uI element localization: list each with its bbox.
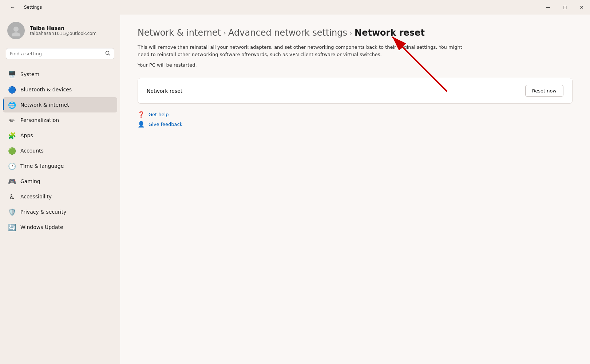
search-icon — [105, 51, 110, 57]
window-controls: ─ □ ✕ — [540, 0, 590, 15]
sidebar-item-label-time: Time & language — [20, 163, 64, 169]
sidebar-item-accessibility[interactable]: ♿Accessibility — [3, 189, 117, 204]
back-button[interactable]: ← — [4, 0, 21, 15]
search-box[interactable] — [6, 48, 114, 59]
main-content: Network & internet›Advanced network sett… — [120, 15, 590, 364]
give-feedback-icon: 👤 — [138, 121, 145, 128]
network-reset-card: Network reset Reset now — [138, 78, 573, 104]
give-feedback-label: Give feedback — [149, 122, 182, 127]
svg-point-0 — [13, 27, 19, 32]
time-icon: 🕐 — [8, 162, 16, 170]
sidebar-item-time[interactable]: 🕐Time & language — [3, 158, 117, 174]
breadcrumb-separator: › — [223, 28, 226, 37]
user-name: Taiba Hasan — [30, 25, 96, 31]
user-email: taibahasan1011@outlook.com — [30, 31, 96, 36]
avatar — [7, 22, 25, 39]
apps-icon: 🧩 — [8, 131, 16, 139]
accessibility-icon: ♿ — [8, 193, 16, 201]
user-info: Taiba Hasan taibahasan1011@outlook.com — [30, 25, 96, 36]
get-help-icon: ❓ — [138, 111, 145, 118]
page-note: Your PC will be restarted. — [138, 62, 573, 68]
sidebar-item-system[interactable]: 🖥️System — [3, 67, 117, 82]
svg-point-1 — [12, 32, 20, 36]
breadcrumb-separator: › — [349, 28, 352, 37]
user-profile: Taiba Hasan taibahasan1011@outlook.com — [0, 15, 120, 45]
sidebar-item-label-network: Network & internet — [20, 102, 69, 108]
gaming-icon: 🎮 — [8, 177, 16, 185]
breadcrumb-item-1[interactable]: Advanced network settings — [228, 28, 347, 38]
sidebar-item-network[interactable]: 🌐Network & internet — [3, 97, 117, 112]
card-label: Network reset — [147, 88, 182, 94]
sidebar-item-label-accessibility: Accessibility — [20, 194, 52, 199]
sidebar-item-privacy[interactable]: 🛡️Privacy & security — [3, 204, 117, 219]
search-container — [0, 45, 120, 65]
sidebar-item-label-bluetooth: Bluetooth & devices — [20, 87, 72, 92]
personalization-icon: ✏️ — [8, 116, 16, 124]
search-input[interactable] — [10, 51, 102, 56]
give-feedback-link[interactable]: 👤Give feedback — [138, 121, 573, 128]
app-body: Taiba Hasan taibahasan1011@outlook.com 🖥… — [0, 15, 590, 364]
reset-now-button[interactable]: Reset now — [525, 85, 563, 97]
title-bar-left: ← Settings — [4, 0, 42, 15]
minimize-button[interactable]: ─ — [540, 0, 557, 15]
nav-list: 🖥️System🔵Bluetooth & devices🌐Network & i… — [0, 65, 120, 236]
get-help-link[interactable]: ❓Get help — [138, 111, 573, 118]
breadcrumb-item-2: Network reset — [355, 28, 425, 38]
maximize-button[interactable]: □ — [557, 0, 573, 15]
breadcrumb: Network & internet›Advanced network sett… — [138, 28, 573, 38]
sidebar-item-label-gaming: Gaming — [20, 178, 40, 184]
sidebar-item-apps[interactable]: 🧩Apps — [3, 128, 117, 143]
windows-update-icon: 🔄 — [8, 223, 16, 231]
app-title: Settings — [24, 5, 42, 10]
sidebar: Taiba Hasan taibahasan1011@outlook.com 🖥… — [0, 15, 120, 364]
sidebar-item-bluetooth[interactable]: 🔵Bluetooth & devices — [3, 82, 117, 97]
get-help-label: Get help — [149, 112, 169, 117]
network-icon: 🌐 — [8, 101, 16, 109]
title-bar: ← Settings ─ □ ✕ — [0, 0, 590, 15]
bluetooth-icon: 🔵 — [8, 86, 16, 94]
svg-line-3 — [109, 54, 110, 56]
sidebar-item-label-accounts: Accounts — [20, 148, 44, 154]
sidebar-item-label-windows-update: Windows Update — [20, 224, 63, 230]
sidebar-item-personalization[interactable]: ✏️Personalization — [3, 112, 117, 128]
sidebar-item-label-apps: Apps — [20, 132, 33, 138]
privacy-icon: 🛡️ — [8, 208, 16, 216]
sidebar-item-windows-update[interactable]: 🔄Windows Update — [3, 219, 117, 235]
page-description: This will remove then reinstall all your… — [138, 44, 465, 58]
sidebar-item-label-privacy: Privacy & security — [20, 209, 66, 215]
sidebar-item-label-system: System — [20, 71, 39, 77]
help-links: ❓Get help👤Give feedback — [138, 111, 573, 128]
system-icon: 🖥️ — [8, 70, 16, 78]
sidebar-item-accounts[interactable]: 🟢Accounts — [3, 143, 117, 158]
card-row: Network reset Reset now — [138, 78, 572, 103]
close-button[interactable]: ✕ — [573, 0, 590, 15]
sidebar-item-label-personalization: Personalization — [20, 117, 59, 123]
accounts-icon: 🟢 — [8, 147, 16, 155]
breadcrumb-item-0[interactable]: Network & internet — [138, 28, 221, 38]
sidebar-item-gaming[interactable]: 🎮Gaming — [3, 174, 117, 189]
